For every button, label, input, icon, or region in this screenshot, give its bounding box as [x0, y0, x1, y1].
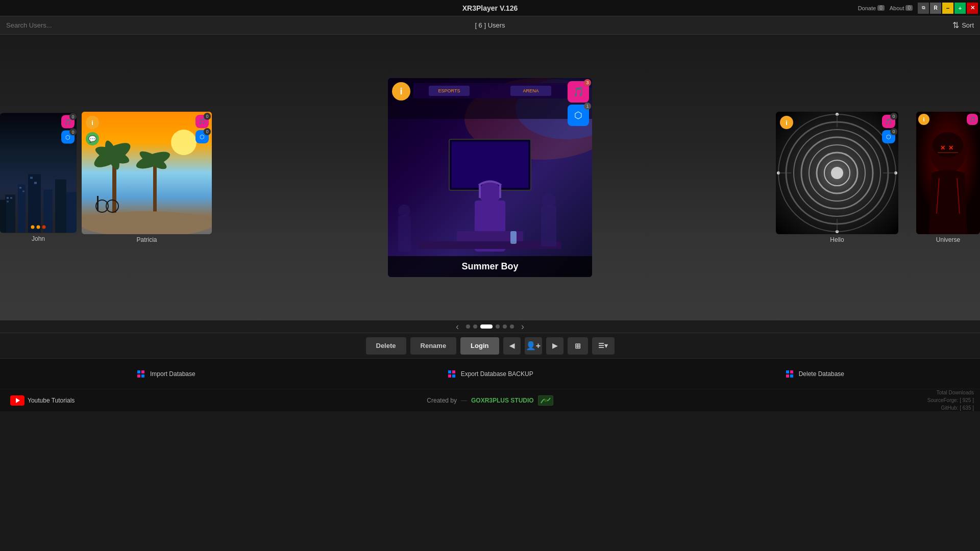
svg-point-47	[398, 205, 410, 217]
delete-database-button[interactable]: Delete Database	[785, 369, 844, 379]
svg-rect-76	[141, 374, 144, 378]
svg-point-39	[479, 182, 501, 204]
hello-badges: 🎵 0 ⬡ 0	[882, 115, 895, 143]
menu-button[interactable]: ☰▾	[592, 337, 615, 355]
svg-rect-40	[479, 185, 481, 198]
svg-rect-83	[786, 374, 789, 378]
svg-rect-10	[19, 187, 21, 189]
user-card-patricia[interactable]: i 💬 🎵 0 ⬡ 0 Patricia	[82, 112, 212, 243]
carousel-prev-arrow[interactable]: ‹	[452, 321, 463, 332]
minimize-button[interactable]: −	[942, 3, 953, 14]
rename-button[interactable]: Rename	[410, 337, 457, 355]
controls-bar: Delete Rename Login ◀ 👤+ ▶ ⊞ ☰▾	[0, 333, 980, 358]
patricia-name: Patricia	[136, 236, 157, 243]
patricia-info-icon[interactable]: i	[86, 116, 99, 129]
svg-rect-73	[137, 370, 140, 373]
dot-5[interactable]	[503, 324, 507, 329]
next-user-icon: ▶	[552, 342, 557, 349]
menu-icon: ☰▾	[598, 342, 608, 349]
summer-boy-name-bar: Summer Boy	[388, 256, 592, 277]
summer-boy-badge-dropbox[interactable]: ⬡ 1	[568, 105, 589, 126]
svg-text:ESPORTS: ESPORTS	[438, 88, 460, 93]
svg-point-45	[542, 193, 556, 208]
export-icon	[447, 369, 457, 379]
summer-boy-info-icon[interactable]: i	[392, 82, 410, 101]
svg-rect-78	[452, 370, 455, 373]
svg-rect-17	[153, 163, 157, 219]
svg-rect-44	[541, 206, 556, 246]
svg-rect-7	[7, 197, 9, 199]
search-input[interactable]	[6, 21, 159, 29]
carousel-next-arrow[interactable]: ›	[517, 321, 528, 332]
svg-rect-12	[30, 177, 33, 179]
patricia-badge-music[interactable]: 🎵 0	[195, 115, 209, 128]
r-button[interactable]: R	[930, 3, 941, 14]
dot-1[interactable]	[466, 324, 470, 329]
svg-text:✕: ✕	[948, 144, 953, 152]
import-icon	[136, 369, 146, 379]
sort-icon: ⇅	[952, 20, 959, 30]
credit-bar: Youtube Tutorials Created by — GOXR3PLUS…	[0, 389, 980, 411]
restore-button[interactable]: ⧉	[918, 3, 929, 14]
dot-6[interactable]	[510, 324, 514, 329]
add-user-button[interactable]: 👤+	[525, 337, 542, 355]
titlebar: XR3Player V.126 Donate 0 About 0 ⧉ R − +…	[0, 0, 980, 16]
user-card-hello[interactable]: i 🎵 0 ⬡ 0 Hello	[776, 112, 898, 243]
about-link[interactable]: About 0	[890, 5, 913, 11]
hello-badge-music[interactable]: 🎵 0	[882, 115, 895, 128]
hello-badge-dropbox[interactable]: ⬡ 0	[882, 130, 895, 143]
patricia-badges: 🎵 0 ⬡ 0	[195, 115, 209, 143]
login-button[interactable]: Login	[460, 337, 499, 355]
svg-rect-13	[34, 182, 37, 184]
sort-button[interactable]: ⇅ Sort	[952, 20, 974, 30]
next-user-button[interactable]: ▶	[546, 337, 564, 355]
svg-rect-0	[5, 195, 15, 233]
grid-view-button[interactable]: ⊞	[568, 337, 588, 355]
dot-4[interactable]	[496, 324, 500, 329]
donate-link[interactable]: Donate 0	[858, 5, 885, 11]
john-badge-music[interactable]: 🎵 0	[61, 115, 75, 129]
john-badges: 🎵 0 ⬡ 0	[61, 115, 75, 144]
hello-name: Hello	[830, 236, 844, 243]
maximize-button[interactable]: +	[954, 3, 966, 14]
cards-container: 🎵 0 ⬡ 0 John	[0, 35, 980, 320]
carousel-area: 🎵 0 ⬡ 0 John	[0, 35, 980, 320]
john-badge-dropbox[interactable]: ⬡ 0	[61, 131, 75, 144]
grid-icon: ⊞	[575, 342, 581, 350]
svg-rect-11	[22, 191, 24, 192]
hello-info-icon[interactable]: i	[780, 116, 793, 129]
user-card-john[interactable]: 🎵 0 ⬡ 0 John	[0, 113, 77, 242]
close-button[interactable]: ✕	[967, 3, 978, 14]
footer: Import Database Export Database BACKUP D…	[0, 358, 980, 389]
prev-user-icon: ◀	[509, 342, 514, 349]
delete-button[interactable]: Delete	[366, 337, 406, 355]
universe-info-icon[interactable]: i	[918, 114, 929, 125]
import-database-button[interactable]: Import Database	[136, 369, 195, 379]
export-database-button[interactable]: Export Database BACKUP	[447, 369, 533, 379]
user-card-summer-boy[interactable]: ESPORTS ARENA	[388, 78, 592, 277]
user-card-universe[interactable]: ✕ ✕ i 🎵 Univ	[916, 112, 980, 243]
svg-rect-6	[0, 200, 6, 233]
svg-rect-81	[786, 370, 789, 373]
svg-rect-43	[419, 241, 561, 249]
summer-boy-badge-music[interactable]: 🎵 3	[568, 81, 589, 103]
youtube-tutorials-button[interactable]: Youtube Tutorials	[10, 395, 75, 406]
svg-rect-9	[10, 197, 12, 199]
add-user-icon: 👤+	[526, 341, 541, 350]
svg-point-15	[171, 130, 197, 155]
dot-2[interactable]	[473, 324, 477, 329]
universe-badges: 🎵	[967, 114, 978, 125]
patricia-msg-icon[interactable]: 💬	[86, 132, 99, 145]
universe-badge-music[interactable]: 🎵	[967, 114, 978, 125]
youtube-icon	[10, 395, 24, 406]
dot-3-active[interactable]	[480, 324, 493, 329]
svg-rect-4	[55, 180, 66, 233]
svg-rect-74	[141, 370, 144, 373]
svg-rect-79	[448, 374, 451, 378]
svg-rect-48	[510, 231, 517, 244]
svg-rect-41	[499, 185, 501, 198]
svg-text:ARENA: ARENA	[523, 88, 538, 93]
prev-user-button[interactable]: ◀	[503, 337, 521, 355]
svg-point-67	[933, 132, 963, 158]
patricia-badge-dropbox[interactable]: ⬡ 0	[195, 130, 209, 143]
